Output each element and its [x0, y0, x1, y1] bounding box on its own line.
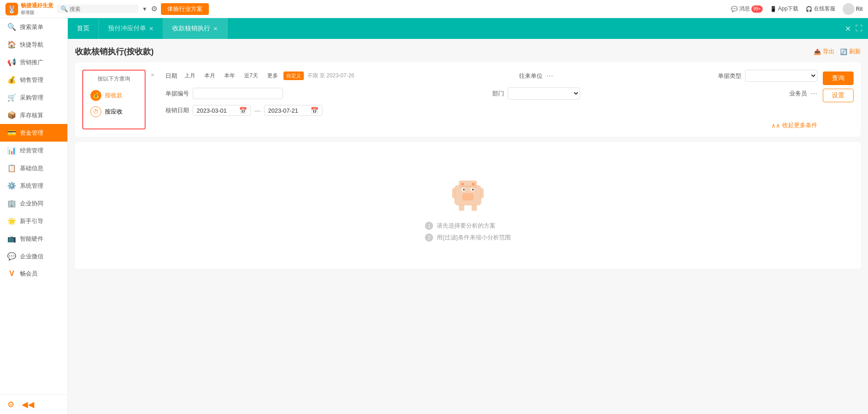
writeoff-date-label: 核销日期	[165, 106, 189, 114]
svg-rect-9	[459, 205, 464, 211]
page-title: 收款核销执行(按收款)	[75, 46, 154, 57]
sidebar-bottom: ⚙ ◀◀	[0, 395, 67, 414]
svg-rect-7	[452, 188, 456, 198]
app-download-btn[interactable]: 📱 App下载	[770, 5, 798, 13]
sidebar-item-guide[interactable]: 🌟 新手引导	[0, 212, 67, 230]
search-box[interactable]: 🔍	[57, 5, 138, 13]
collapse-sidebar-icon[interactable]: ◀◀	[22, 400, 34, 409]
sidebar-item-quick-nav[interactable]: 🏠 快捷导航	[0, 36, 67, 53]
page-content: 收款核销执行(按收款) 📤 导出 🔄 刷新 按以下方查询	[68, 39, 868, 414]
tab-home[interactable]: 首页	[68, 18, 99, 39]
counterparty-dots[interactable]: ···	[546, 71, 553, 81]
sidebar-item-member[interactable]: V 畅会员	[0, 265, 67, 282]
hint-num-2: 2	[425, 233, 433, 242]
inventory-icon: 📦	[7, 111, 16, 119]
sidebar-item-sales[interactable]: 💰 销售管理	[0, 71, 67, 89]
online-service-btn[interactable]: 🎧 在线客服	[806, 5, 835, 13]
bill-type-field: 单据类型	[718, 70, 817, 82]
sidebar: 🔍 搜索菜单 🏠 快捷导航 📢 营销推广 💰 销售管理 🛒 采购管理 📦 库存核…	[0, 18, 68, 414]
message-label: 消息	[739, 5, 750, 13]
user-avatar-btn[interactable]: Rit	[843, 3, 863, 15]
main-layout: 🔍 搜索菜单 🏠 快捷导航 📢 营销推广 💰 销售管理 🛒 采购管理 📦 库存核…	[0, 18, 868, 414]
page-title-actions: 📤 导出 🔄 刷新	[814, 48, 861, 56]
salesperson-dots[interactable]: ···	[811, 89, 817, 98]
sidebar-item-marketing[interactable]: 📢 营销推广	[0, 53, 67, 71]
collapse-more-btn[interactable]: ∧∧ 收起更多条件	[165, 121, 817, 129]
sidebar-item-purchase[interactable]: 🛒 采购管理	[0, 89, 67, 106]
sidebar-label-guide: 新手引导	[20, 217, 43, 225]
empty-hints: 1 请先选择要分析的方案 2 用[过滤]条件来缩小分析范围	[425, 222, 510, 242]
tab-prepay[interactable]: 预付冲应付单 ✕	[99, 18, 163, 39]
settings-bottom-icon[interactable]: ⚙	[7, 400, 14, 409]
message-btn[interactable]: 💬 消息 99+	[731, 5, 763, 13]
writeoff-date-from-input[interactable]	[197, 107, 237, 114]
dept-label: 部门	[492, 90, 504, 98]
sidebar-item-finance[interactable]: 💳 资金管理	[0, 124, 67, 142]
filter-option-by-receipt[interactable]: 💰 按收款	[87, 87, 141, 104]
tab-collection-close[interactable]: ✕	[213, 25, 218, 32]
empty-illustration	[445, 169, 491, 214]
sidebar-label-system: 系统管理	[20, 182, 43, 190]
sidebar-item-smart-hw[interactable]: 📺 智能硬件	[0, 230, 67, 247]
sidebar-item-wechat[interactable]: 💬 企业微信	[0, 247, 67, 265]
empty-hint-2: 2 用[过滤]条件来缩小分析范围	[425, 233, 510, 242]
date-tab-last-month[interactable]: 上月	[181, 71, 199, 81]
date-tab-this-year[interactable]: 本年	[221, 71, 239, 81]
writeoff-date-range: 📅 — 📅	[193, 105, 322, 116]
tab-prepay-label: 预付冲应付单	[108, 24, 146, 33]
export-btn[interactable]: 📤 导出	[814, 48, 835, 56]
search-input[interactable]	[70, 6, 135, 12]
date-tab-this-month[interactable]: 本月	[201, 71, 219, 81]
refresh-icon: 🔄	[840, 48, 847, 55]
date-tabs: 上月 本月 本年 近7天 更多 自定义	[181, 71, 304, 81]
date-label: 日期	[165, 72, 177, 80]
date-no-limit: 不限 至 2023-07-26	[307, 72, 354, 80]
tab-close-all-icon[interactable]: ✕	[845, 24, 851, 33]
tab-collection[interactable]: 收款核销执行 ✕	[163, 18, 227, 39]
svg-rect-6	[462, 193, 473, 200]
filter-row-1: 日期 上月 本月 本年 近7天 更多 自定义 不限 至 2023-07-26	[165, 70, 817, 82]
headset-icon: 🎧	[806, 6, 812, 12]
sidebar-item-system[interactable]: ⚙️ 系统管理	[0, 177, 67, 195]
refresh-btn[interactable]: 🔄 刷新	[840, 48, 861, 56]
dept-select[interactable]	[508, 87, 580, 100]
counterparty-label: 往来单位	[519, 72, 542, 80]
bill-number-input[interactable]	[193, 88, 283, 99]
solution-button[interactable]: 体验行业方案	[161, 3, 209, 15]
sidebar-label-purchase: 采购管理	[20, 94, 43, 102]
gear-icon[interactable]: ⚙	[151, 5, 157, 13]
sidebar-item-search-menu[interactable]: 🔍 搜索菜单	[0, 18, 67, 36]
dept-field: 部门	[492, 87, 580, 100]
calendar-from-icon[interactable]: 📅	[239, 107, 247, 114]
sidebar-item-business[interactable]: 📊 经营管理	[0, 142, 67, 159]
bill-type-select[interactable]	[745, 70, 817, 82]
filter-panel: 按以下方查询 💰 按收款 ⏱ 按应收 »	[75, 62, 861, 137]
avatar	[843, 3, 854, 15]
writeoff-date-to-input[interactable]	[268, 107, 309, 114]
collapse-up-icon: ∧∧	[771, 122, 780, 129]
filter-option-by-receivable[interactable]: ⏱ 按应收	[87, 104, 141, 120]
sidebar-item-enterprise[interactable]: 🏢 企业协同	[0, 195, 67, 212]
filter-sidebar-title: 按以下方查询	[87, 75, 141, 83]
top-bar: 🐰 畅捷通好生意 标准版 🔍 ▼ ⚙ 体验行业方案 💬 消息 99+ 📱 App…	[0, 0, 868, 18]
guide-icon: 🌟	[7, 217, 16, 225]
dropdown-arrow[interactable]: ▼	[142, 6, 147, 12]
counterparty-field: 往来单位 ···	[519, 71, 553, 81]
tab-prepay-close[interactable]: ✕	[149, 25, 154, 32]
hint-text-1: 请先选择要分析的方案	[437, 222, 495, 230]
date-custom-badge[interactable]: 自定义	[283, 71, 304, 80]
collapse-more-label: 收起更多条件	[782, 121, 817, 129]
query-button[interactable]: 查询	[823, 71, 854, 85]
sidebar-item-basic-info[interactable]: 📋 基础信息	[0, 159, 67, 177]
sidebar-item-inventory[interactable]: 📦 库存核算	[0, 106, 67, 124]
calendar-to-icon[interactable]: 📅	[311, 107, 318, 114]
setting-button[interactable]: 设置	[823, 89, 854, 102]
collapse-filter-sidebar[interactable]: »	[151, 70, 160, 129]
date-tab-more[interactable]: 更多	[264, 71, 282, 81]
tab-expand-icon[interactable]: ⛶	[855, 24, 863, 33]
bill-number-field: 单据编号	[165, 88, 283, 99]
enterprise-icon: 🏢	[7, 199, 16, 208]
mobile-icon: 📱	[770, 6, 777, 12]
date-tab-7days[interactable]: 近7天	[241, 71, 262, 81]
svg-point-14	[472, 189, 474, 190]
